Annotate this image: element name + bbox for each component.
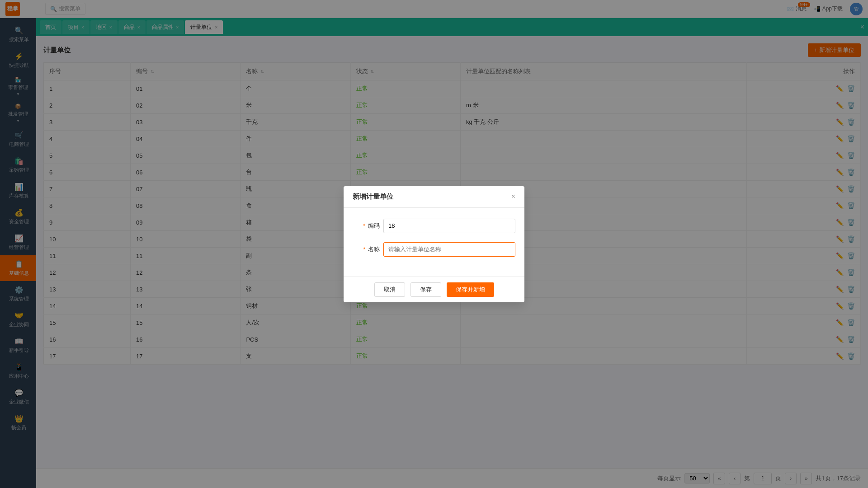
- add-unit-modal: 新增计量单位 × * 编码 * 名称 取消 保存 保存并新增: [344, 186, 524, 302]
- save-and-new-button[interactable]: 保存并新增: [447, 282, 494, 297]
- code-label: * 编码: [353, 222, 380, 230]
- save-button[interactable]: 保存: [410, 282, 441, 297]
- form-row-name: * 名称: [353, 242, 515, 257]
- form-row-code: * 编码: [353, 219, 515, 233]
- modal-footer: 取消 保存 保存并新增: [344, 277, 524, 302]
- modal-close-btn[interactable]: ×: [511, 193, 515, 200]
- cancel-button[interactable]: 取消: [374, 282, 405, 297]
- code-required-star: *: [363, 222, 365, 229]
- modal-overlay: 新增计量单位 × * 编码 * 名称 取消 保存 保存并新增: [0, 0, 868, 488]
- name-label: * 名称: [353, 245, 380, 253]
- name-required-star: *: [363, 246, 365, 253]
- name-input[interactable]: [383, 242, 515, 257]
- modal-header: 新增计量单位 ×: [344, 186, 524, 208]
- modal-title: 新增计量单位: [353, 192, 393, 201]
- modal-body: * 编码 * 名称: [344, 208, 524, 277]
- code-input[interactable]: [383, 219, 515, 233]
